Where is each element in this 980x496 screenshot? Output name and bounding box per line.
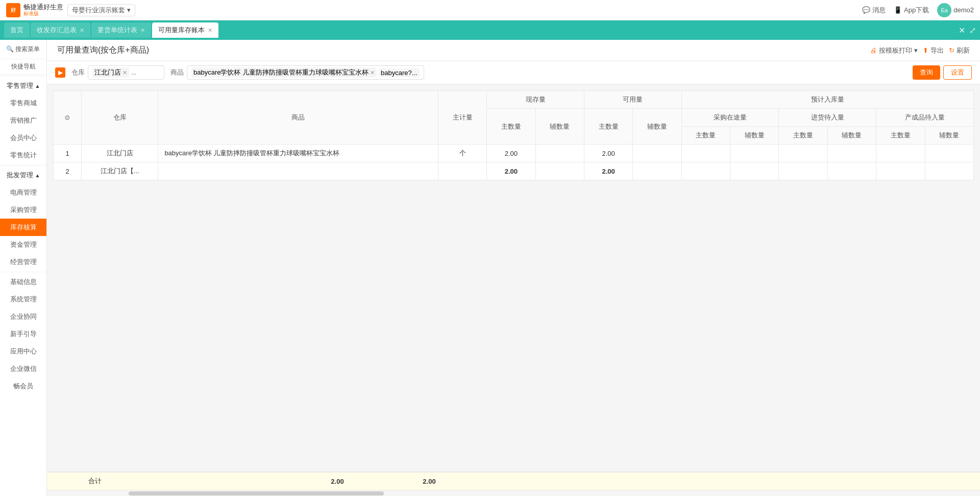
data-table: ⚙ 仓库 商品 主计量 现存量 可用量 预计入库量 主数量 辅数量 主数量 辅数… bbox=[53, 90, 974, 180]
cell-unit-2 bbox=[438, 162, 486, 180]
th-current-aux: 辅数量 bbox=[535, 109, 584, 145]
chevron-up-icon: ▲ bbox=[35, 83, 40, 89]
user-avatar[interactable]: Ea demo2 bbox=[937, 3, 974, 17]
cell-pit-qty-2 bbox=[681, 162, 730, 180]
sidebar-item-enterprise-collab[interactable]: 企业协同 bbox=[0, 308, 46, 325]
th-inbound-pending: 进货待入量 bbox=[779, 109, 876, 127]
table-footer: 合计 2.00 2.00 bbox=[47, 471, 980, 490]
sidebar-item-quick-nav[interactable]: 快捷导航 bbox=[0, 59, 46, 75]
divider3 bbox=[0, 272, 46, 272]
warehouse-input[interactable]: 江北门店 ✕ ... bbox=[88, 65, 164, 80]
sidebar-item-retail-mgmt[interactable]: 零售管理 ▲ bbox=[0, 77, 46, 95]
sidebar-item-marketing[interactable]: 营销推广 bbox=[0, 112, 46, 129]
print-icon: 🖨 bbox=[870, 46, 877, 54]
sidebar-item-wholesale-mgmt[interactable]: 批发管理 ▲ bbox=[0, 167, 46, 184]
cell-ip-aux-1 bbox=[827, 145, 876, 162]
product-input[interactable]: babycare学饮杯 儿童防摔防撞吸管杯重力球吸嘴杯宝宝水杯 ✕ babyca… bbox=[187, 65, 424, 80]
export-button[interactable]: ⬆ 导出 bbox=[923, 46, 944, 55]
sidebar-item-system-mgmt[interactable]: 系统管理 bbox=[0, 291, 46, 308]
th-warehouse: 仓库 bbox=[82, 91, 158, 145]
sidebar-item-enterprise-wechat[interactable]: 企业微信 bbox=[0, 360, 46, 377]
cell-no-2: 2 bbox=[54, 162, 82, 180]
cell-warehouse-2: 江北门店【... bbox=[82, 162, 158, 180]
horizontal-scrollbar[interactable] bbox=[47, 490, 980, 496]
page-actions: 🖨 按模板打印 ▾ ⬆ 导出 ↻ 刷新 bbox=[870, 46, 970, 55]
search-menu-button[interactable]: 🔍 搜索菜单 bbox=[4, 44, 42, 55]
th-ip-aux: 辅数量 bbox=[827, 127, 876, 145]
th-gear[interactable]: ⚙ bbox=[54, 91, 82, 145]
sidebar-item-retail-shop[interactable]: 零售商城 bbox=[0, 95, 46, 112]
tab-expand-icon[interactable]: ⤢ bbox=[969, 26, 976, 35]
cell-product-2 bbox=[158, 162, 438, 180]
th-available-qty: 主数量 bbox=[584, 109, 632, 145]
sidebar-item-purchase-mgmt[interactable]: 采购管理 bbox=[0, 201, 46, 219]
th-ip-qty: 主数量 bbox=[779, 127, 827, 145]
chevron-down-icon: ▲ bbox=[35, 173, 40, 178]
avatar: Ea bbox=[937, 3, 951, 17]
refresh-button[interactable]: ↻ 刷新 bbox=[949, 46, 970, 55]
footer-spacer bbox=[53, 477, 69, 486]
sidebar-search-area: 🔍 搜索菜单 bbox=[0, 40, 46, 59]
warehouse-tag-remove[interactable]: ✕ bbox=[122, 69, 127, 76]
cell-current-aux-1 bbox=[535, 145, 584, 162]
tab-order-stats[interactable]: 要货单统计表 ✕ bbox=[91, 22, 151, 38]
product-tag-1-remove[interactable]: ✕ bbox=[370, 69, 375, 76]
tab-close-order-stats[interactable]: ✕ bbox=[140, 27, 145, 34]
query-button[interactable]: 查询 bbox=[913, 65, 940, 80]
warehouse-more[interactable]: ... bbox=[131, 69, 136, 76]
cell-current-aux-2 bbox=[535, 162, 584, 180]
sidebar-item-operations-mgmt[interactable]: 经营管理 bbox=[0, 253, 46, 271]
cell-fp-aux-2 bbox=[925, 162, 974, 180]
tab-close-receipt[interactable]: ✕ bbox=[80, 27, 84, 34]
main-layout: 🔍 搜索菜单 快捷导航 零售管理 ▲ 零售商城 营销推广 会员中心 零售统计 批… bbox=[0, 40, 980, 496]
th-pit-aux: 辅数量 bbox=[730, 127, 779, 145]
footer-current-qty: 2.00 bbox=[314, 477, 360, 486]
print-template-button[interactable]: 🖨 按模板打印 ▾ bbox=[870, 46, 918, 55]
product-tag-2: babycare?... bbox=[379, 68, 420, 77]
th-available: 可用量 bbox=[584, 91, 681, 109]
cell-fp-aux-1 bbox=[925, 145, 974, 162]
divider bbox=[0, 76, 46, 76]
cell-pit-aux-1 bbox=[730, 145, 779, 162]
footer-label: 合计 bbox=[69, 477, 120, 486]
th-available-aux: 辅数量 bbox=[633, 109, 681, 145]
th-fp-aux: 辅数量 bbox=[925, 127, 974, 145]
tab-receipt-summary[interactable]: 收发存汇总表 ✕ bbox=[31, 22, 90, 38]
sidebar-item-vip-member[interactable]: 畅会员 bbox=[0, 377, 46, 395]
tab-close-all-icon[interactable]: ✕ bbox=[959, 26, 965, 35]
cell-ip-qty-2 bbox=[779, 162, 827, 180]
cell-fp-qty-2 bbox=[876, 162, 925, 180]
logo-area: 好 畅捷通好生意 标准版 bbox=[6, 3, 63, 17]
sidebar-item-retail-stats[interactable]: 零售统计 bbox=[0, 147, 46, 164]
message-button[interactable]: 💬 消息 bbox=[862, 6, 886, 15]
set-button[interactable]: 设置 bbox=[943, 65, 972, 80]
top-bar-left: 好 畅捷通好生意 标准版 母婴行业演示账套 ▾ bbox=[6, 3, 135, 17]
footer-rest bbox=[498, 477, 974, 486]
tab-close-available-stock[interactable]: ✕ bbox=[208, 27, 212, 34]
filter-expand-button[interactable]: ▶ bbox=[55, 67, 65, 78]
footer-unit-spacer bbox=[284, 477, 314, 486]
cell-ip-aux-2 bbox=[827, 162, 876, 180]
sidebar-item-basic-info[interactable]: 基础信息 bbox=[0, 273, 46, 291]
sidebar: 🔍 搜索菜单 快捷导航 零售管理 ▲ 零售商城 营销推广 会员中心 零售统计 批… bbox=[0, 40, 47, 496]
content-area: 可用量查询(按仓库+商品) 🖨 按模板打印 ▾ ⬆ 导出 ↻ 刷新 ▶ bbox=[47, 40, 980, 496]
cell-pit-qty-1 bbox=[681, 145, 730, 162]
cell-available-aux-2 bbox=[633, 162, 681, 180]
scrollbar-thumb[interactable] bbox=[129, 491, 384, 495]
account-selector[interactable]: 母婴行业演示账套 ▾ bbox=[67, 4, 135, 16]
filter-actions: 查询 设置 bbox=[913, 65, 972, 80]
th-product: 商品 bbox=[158, 91, 438, 145]
tab-available-stock[interactable]: 可用量库存账本 ✕ bbox=[152, 22, 218, 38]
sidebar-item-finance-mgmt[interactable]: 资金管理 bbox=[0, 236, 46, 253]
filter-bar: ▶ 仓库 江北门店 ✕ ... 商品 babycare学饮杯 儿童防摔防撞吸管杯… bbox=[47, 61, 980, 84]
tab-home[interactable]: 首页 bbox=[4, 22, 30, 38]
chevron-down-icon: ▾ bbox=[127, 6, 131, 14]
top-bar: 好 畅捷通好生意 标准版 母婴行业演示账套 ▾ 💬 消息 📱 App下载 Ea … bbox=[0, 0, 980, 20]
sidebar-item-app-center[interactable]: 应用中心 bbox=[0, 343, 46, 360]
sidebar-item-ecommerce-mgmt[interactable]: 电商管理 bbox=[0, 184, 46, 201]
logo-icon: 好 bbox=[6, 3, 20, 17]
app-download-button[interactable]: 📱 App下载 bbox=[894, 6, 929, 15]
sidebar-item-inventory-check[interactable]: 库存核算 bbox=[0, 219, 46, 236]
sidebar-item-member-center[interactable]: 会员中心 bbox=[0, 129, 46, 147]
sidebar-item-new-guide[interactable]: 新手引导 bbox=[0, 325, 46, 343]
